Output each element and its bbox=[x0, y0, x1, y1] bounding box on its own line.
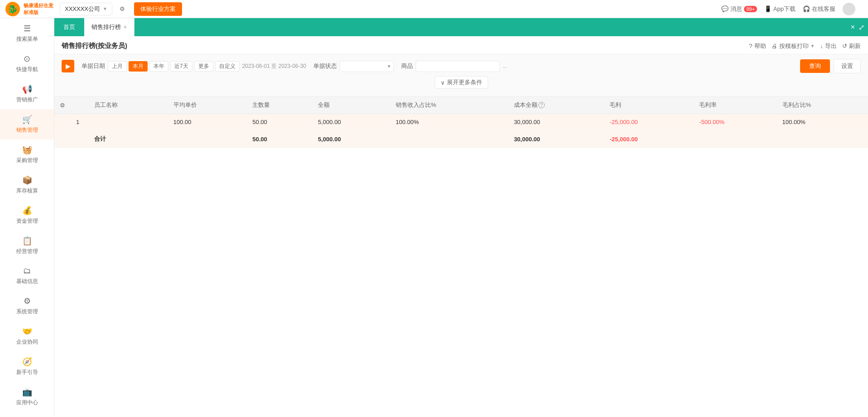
print-icon: 🖨 bbox=[772, 43, 777, 49]
help-button[interactable]: ? 帮助 bbox=[749, 42, 766, 50]
purchase-icon: 🧺 bbox=[22, 145, 32, 155]
sidebar-item-wechat[interactable]: 💬 企业微信 bbox=[0, 412, 54, 417]
filter-bar: ▶ 单据日期 上月 本月 本年 近7天 更多 自定义 bbox=[54, 54, 868, 96]
tab-bar: 首页 销售排行榜 × × ⤢ bbox=[54, 18, 868, 36]
sidebar-item-search-order[interactable]: ☰ 搜索菜单 bbox=[0, 18, 54, 48]
status-select-wrapper bbox=[340, 61, 394, 72]
col-header-sales-pct: 销售收入占比% bbox=[390, 96, 508, 114]
message-area[interactable]: 💬 消息 99+ bbox=[721, 5, 757, 13]
footer-gross-rate-cell bbox=[694, 130, 777, 148]
cell-gross-rate: -500.00% bbox=[694, 114, 777, 130]
export-button[interactable]: ↓ 导出 bbox=[820, 42, 837, 50]
sidebar-item-finance[interactable]: 💰 资金管理 bbox=[0, 200, 54, 230]
topbar-right: 💬 消息 99+ 📱 App下载 🎧 在线客服 bbox=[721, 3, 863, 15]
footer-qty-cell: 50.00 bbox=[247, 130, 312, 148]
footer-rank-cell bbox=[71, 130, 89, 148]
filter-toggle-btn[interactable]: ▶ bbox=[62, 60, 74, 72]
set-button[interactable]: 设置 bbox=[834, 59, 861, 73]
table-row: 1 100.00 50.00 5,000.00 100.00% 30,000.0… bbox=[54, 114, 868, 130]
status-select[interactable] bbox=[340, 61, 394, 72]
sidebar-item-basic-info[interactable]: 🗂 基础信息 bbox=[0, 261, 54, 291]
cost-info-icon[interactable]: ? bbox=[538, 102, 545, 108]
tab-close-button[interactable]: × bbox=[851, 23, 855, 31]
tab-home[interactable]: 首页 bbox=[54, 18, 84, 36]
date-this-month-btn[interactable]: 本月 bbox=[129, 61, 148, 72]
trial-button[interactable]: 体验行业方案 bbox=[134, 2, 182, 16]
footer-amount-cell: 5,000.00 bbox=[312, 130, 390, 148]
sidebar-item-inventory[interactable]: 📦 库存核算 bbox=[0, 170, 54, 200]
col-header-gross-rate: 毛利率 bbox=[694, 96, 777, 114]
sidebar-item-enterprise[interactable]: 🤝 企业协同 bbox=[0, 321, 54, 351]
tab-close-icon[interactable]: × bbox=[124, 24, 127, 30]
guide-icon: 🧭 bbox=[22, 357, 32, 367]
message-icon: 💬 bbox=[721, 5, 729, 12]
enterprise-icon: 🤝 bbox=[22, 326, 32, 336]
sidebar-item-quick-nav[interactable]: ⊙ 快捷导航 bbox=[0, 48, 54, 79]
date-label: 单据日期 bbox=[82, 62, 105, 70]
topbar-settings-icon[interactable]: ⚙ bbox=[116, 3, 129, 15]
expand-icon: ∨ bbox=[441, 79, 445, 86]
content-area: 首页 销售排行榜 × × ⤢ 销售排行榜(按业务员) ? 帮助 bbox=[54, 18, 868, 417]
col-header-qty: 主数量 bbox=[247, 96, 312, 114]
footer-sales-pct-cell bbox=[390, 130, 508, 148]
status-filter: 单据状态 bbox=[313, 61, 394, 72]
goods-input[interactable] bbox=[416, 61, 500, 72]
sidebar-item-purchase-mgmt[interactable]: 🧺 采购管理 bbox=[0, 139, 54, 170]
sidebar-item-sys-mgmt[interactable]: ⚙ 系统管理 bbox=[0, 291, 54, 321]
tab-sales-rank[interactable]: 销售排行榜 × bbox=[84, 18, 134, 36]
query-button[interactable]: 查询 bbox=[800, 59, 830, 73]
col-header-cost: 成本全额 ? bbox=[508, 96, 604, 114]
refresh-icon: ↺ bbox=[842, 43, 847, 49]
message-badge: 99+ bbox=[744, 6, 757, 12]
main-container: ☰ 搜索菜单 ⊙ 快捷导航 📢 营销推广 🛒 销售管理 🧺 采购管理 📦 库存核… bbox=[0, 18, 868, 417]
page-title: 销售排行榜(按业务员) bbox=[62, 42, 127, 50]
cell-amount: 5,000.00 bbox=[312, 114, 390, 130]
topbar: 🐉 畅康通好生意 标准版 XXXXXX公司 ▼ ⚙ 体验行业方案 💬 消息 99… bbox=[0, 0, 868, 18]
cell-cost: 30,000.00 bbox=[508, 114, 604, 130]
date-this-year-btn[interactable]: 本年 bbox=[149, 61, 168, 72]
online-service-btn[interactable]: 🎧 在线客服 bbox=[803, 5, 835, 13]
table-footer-row: 合计 50.00 5,000.00 30,000.00 -25,000.00 bbox=[54, 130, 868, 148]
export-icon: ↓ bbox=[820, 43, 824, 49]
date-7days-btn[interactable]: 近7天 bbox=[170, 61, 192, 72]
search-order-icon: ☰ bbox=[24, 24, 31, 34]
col-header-avg-price: 平均单价 bbox=[168, 96, 247, 114]
goods-filter: 商品 ... bbox=[401, 61, 507, 72]
table-container: ⚙ 员工名称 平均单价 主数量 全额 销售收入占比% 成本全额 bbox=[54, 96, 868, 417]
date-buttons: 上月 本月 本年 近7天 更多 自定义 bbox=[108, 61, 240, 72]
cell-rank: 1 bbox=[71, 114, 89, 130]
finance-icon: 💰 bbox=[22, 206, 32, 216]
basic-info-icon: 🗂 bbox=[23, 266, 31, 276]
sidebar-item-ops-mgmt[interactable]: 📋 经营管理 bbox=[0, 230, 54, 261]
expand-more-btn[interactable]: ∨ 展开更多条件 bbox=[435, 76, 488, 89]
sidebar-item-marketing[interactable]: 📢 营销推广 bbox=[0, 79, 54, 109]
header-actions: ? 帮助 🖨 按模板打印 ▼ ↓ 导出 ↺ bbox=[749, 42, 861, 50]
col-header-gross: 毛利 bbox=[604, 96, 694, 114]
sidebar-item-app-center[interactable]: 📺 应用中心 bbox=[0, 382, 54, 412]
goods-more-icon[interactable]: ... bbox=[503, 63, 507, 69]
date-last-month-btn[interactable]: 上月 bbox=[108, 61, 127, 72]
refresh-button[interactable]: ↺ 刷新 bbox=[842, 42, 861, 50]
col-header-settings[interactable]: ⚙ bbox=[54, 96, 71, 114]
col-header-gross-pct: 毛利占比% bbox=[777, 96, 868, 114]
cell-gross-pct: 100.00% bbox=[777, 114, 868, 130]
inventory-icon: 📦 bbox=[22, 175, 32, 185]
status-label: 单据状态 bbox=[313, 62, 337, 70]
company-selector[interactable]: XXXXXX公司 ▼ bbox=[60, 3, 112, 15]
avatar[interactable] bbox=[843, 3, 855, 15]
col-header-rank bbox=[71, 96, 89, 114]
sidebar-item-guide[interactable]: 🧭 新手引导 bbox=[0, 351, 54, 382]
print-button[interactable]: 🖨 按模板打印 ▼ bbox=[772, 42, 815, 50]
page-content: 销售排行榜(按业务员) ? 帮助 🖨 按模板打印 ▼ ↓ bbox=[54, 36, 868, 417]
date-custom-btn[interactable]: 自定义 bbox=[215, 61, 240, 72]
sidebar-item-sales-mgmt[interactable]: 🛒 销售管理 bbox=[0, 109, 54, 139]
app-download-btn[interactable]: 📱 App下载 bbox=[764, 5, 796, 13]
date-more-btn[interactable]: 更多 bbox=[194, 61, 213, 72]
cell-qty: 50.00 bbox=[247, 114, 312, 130]
col-header-name: 员工名称 bbox=[89, 96, 168, 114]
tab-fullscreen-button[interactable]: ⤢ bbox=[858, 23, 864, 32]
chevron-down-icon: ▼ bbox=[103, 6, 107, 11]
date-filter: 单据日期 上月 本月 本年 近7天 更多 自定义 2023-06-01 至 20… bbox=[82, 61, 306, 72]
cell-gross: -25,000.00 bbox=[604, 114, 694, 130]
footer-settings-cell bbox=[54, 130, 71, 148]
